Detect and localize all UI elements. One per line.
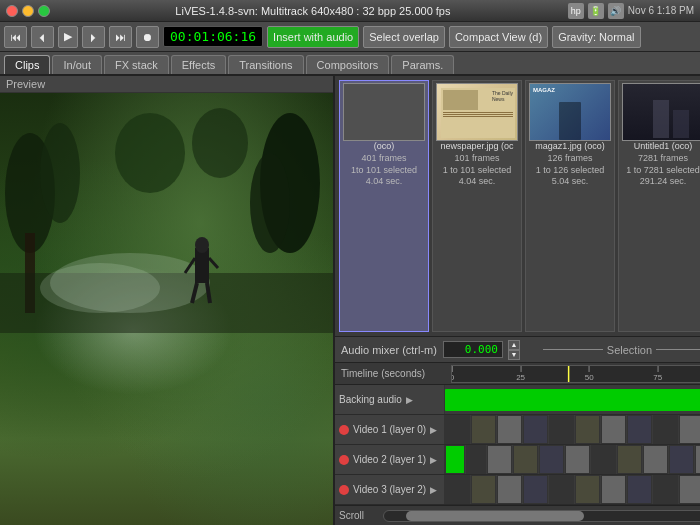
track-label-video1: Video 1 (layer 0)▶ xyxy=(335,415,445,444)
vt-thumb xyxy=(445,475,470,504)
vt-thumb xyxy=(466,445,486,474)
vt-thumb xyxy=(575,475,600,504)
spin-up-left[interactable]: ▲ xyxy=(508,340,520,350)
fast-forward-button[interactable]: ⏭ xyxy=(109,26,132,48)
preview-label: Preview xyxy=(0,76,333,93)
spin-down-left[interactable]: ▼ xyxy=(508,350,520,360)
track-arrow-backing[interactable]: ▶ xyxy=(406,395,413,405)
clip-thumbnail-clip2: The DailyNews xyxy=(436,83,518,141)
preview-background xyxy=(0,93,333,525)
vt-thumb xyxy=(487,445,512,474)
vt-thumb xyxy=(679,415,700,444)
clip-item-clip2[interactable]: The DailyNews newspaper.jpg (oc101 frame… xyxy=(432,80,522,332)
vt-thumb xyxy=(575,415,600,444)
vt-thumb xyxy=(565,445,590,474)
track-dot-video2[interactable] xyxy=(339,455,349,465)
svg-line-11 xyxy=(209,258,218,268)
track-content-backing[interactable] xyxy=(445,385,700,414)
vt-thumb xyxy=(653,415,678,444)
backing-audio-bar xyxy=(445,389,700,411)
vt-thumb xyxy=(471,475,496,504)
window-title: LiVES-1.4.8-svn: Multitrack 640x480 : 32… xyxy=(58,5,568,17)
clip-name-clip3: magaz1.jpg (oco) xyxy=(535,141,605,151)
tab-compositors[interactable]: Compositors xyxy=(306,55,390,74)
track-label-text-video2: Video 2 (layer 1) xyxy=(353,454,426,465)
clock: Nov 6 1:18 PM xyxy=(628,5,694,16)
track-label-text-backing: Backing audio xyxy=(339,394,402,405)
vt-thumb xyxy=(513,445,538,474)
scrollbar-area: Scroll xyxy=(335,505,700,525)
track-content-video1[interactable] xyxy=(445,415,700,444)
toolbar: ⏮ ⏴ ▶ ⏵ ⏭ ⏺ 00:01:06:16 Insert with audi… xyxy=(0,22,700,52)
select-overlap-button[interactable]: Select overlap xyxy=(363,26,445,48)
vt-thumb xyxy=(679,475,700,504)
svg-point-9 xyxy=(195,237,209,253)
clip-item-clip3[interactable]: MAGAZ magaz1.jpg (oco)126 frames1 to 126… xyxy=(525,80,615,332)
vt-thumb xyxy=(643,445,668,474)
next-frame-button[interactable]: ⏵ xyxy=(82,26,105,48)
vt-thumb xyxy=(601,475,626,504)
clip-info-clip3: 126 frames1 to 126 selected5.04 sec. xyxy=(536,153,605,188)
svg-point-14 xyxy=(115,113,185,193)
tab-clips[interactable]: Clips xyxy=(4,55,50,74)
track-arrow-video2[interactable]: ▶ xyxy=(430,455,437,465)
vt-thumb xyxy=(617,445,642,474)
track-content-video2[interactable] xyxy=(445,445,700,474)
clip-item-clip4[interactable]: Untitled1 (oco)7281 frames1 to 7281 sele… xyxy=(618,80,700,332)
timeline-ruler[interactable]: 0 25 50 75 100 125 xyxy=(451,365,700,383)
playhead-svg xyxy=(452,366,700,382)
svg-point-1 xyxy=(40,123,80,223)
track-content-video3[interactable] xyxy=(445,475,700,504)
tab-effects[interactable]: Effects xyxy=(171,55,226,74)
scrollbar-thumb[interactable] xyxy=(406,511,584,521)
prev-frame-button[interactable]: ⏴ xyxy=(31,26,54,48)
tracks-container: Backing audio▶Video 1 (layer 0)▶Video 2 … xyxy=(335,385,700,505)
vt-thumb xyxy=(653,475,678,504)
window-controls[interactable] xyxy=(6,5,50,17)
minimize-button[interactable] xyxy=(22,5,34,17)
rewind-button[interactable]: ⏮ xyxy=(4,26,27,48)
track-dot-video1[interactable] xyxy=(339,425,349,435)
scrollbar-track[interactable] xyxy=(383,510,700,522)
tab-inout[interactable]: In/out xyxy=(52,55,102,74)
record-button[interactable]: ⏺ xyxy=(136,26,159,48)
audio-spinner-left[interactable]: ▲ ▼ xyxy=(508,340,520,360)
track-label-text-video3: Video 3 (layer 2) xyxy=(353,484,426,495)
svg-point-4 xyxy=(250,153,290,253)
maximize-button[interactable] xyxy=(38,5,50,17)
video-track-mosaic-video2 xyxy=(445,445,700,474)
compact-view-button[interactable]: Compact View (d) xyxy=(449,26,548,48)
video-track-mosaic-video3 xyxy=(445,475,700,504)
track-row-backing: Backing audio▶ xyxy=(335,385,700,415)
tab-fxstack[interactable]: FX stack xyxy=(104,55,169,74)
track-arrow-video3[interactable]: ▶ xyxy=(430,485,437,495)
audio-value-left[interactable] xyxy=(443,341,503,358)
audio-icon: 🔊 xyxy=(608,3,624,19)
titlebar: LiVES-1.4.8-svn: Multitrack 640x480 : 32… xyxy=(0,0,700,22)
track-row-video3: Video 3 (layer 2)▶ xyxy=(335,475,700,505)
selection-line-left xyxy=(543,349,603,350)
video-track-mosaic-video1 xyxy=(445,415,700,444)
vt-thumb xyxy=(601,415,626,444)
vt-thumb xyxy=(523,475,548,504)
track-dot-video3[interactable] xyxy=(339,485,349,495)
vt-thumb xyxy=(471,415,496,444)
vt-thumb xyxy=(445,415,470,444)
svg-point-7 xyxy=(40,263,160,313)
vt-thumb xyxy=(591,445,616,474)
close-button[interactable] xyxy=(6,5,18,17)
track-row-video1: Video 1 (layer 0)▶ xyxy=(335,415,700,445)
clips-area: (oco)401 frames1to 101 selected4.04 sec.… xyxy=(335,76,700,337)
play-button[interactable]: ▶ xyxy=(58,26,78,48)
tab-bar: ClipsIn/outFX stackEffectsTransitionsCom… xyxy=(0,52,700,76)
tab-params[interactable]: Params. xyxy=(391,55,454,74)
tab-transitions[interactable]: Transitions xyxy=(228,55,303,74)
vt-thumb xyxy=(695,445,700,474)
vt-thumb xyxy=(497,475,522,504)
preview-canvas xyxy=(0,93,333,525)
track-arrow-video1[interactable]: ▶ xyxy=(430,425,437,435)
gravity-button[interactable]: Gravity: Normal xyxy=(552,26,640,48)
clip-name-clip2: newspaper.jpg (oc xyxy=(440,141,513,151)
clip-item-clip1[interactable]: (oco)401 frames1to 101 selected4.04 sec. xyxy=(339,80,429,332)
insert-with-audio-button[interactable]: Insert with audio xyxy=(267,26,359,48)
